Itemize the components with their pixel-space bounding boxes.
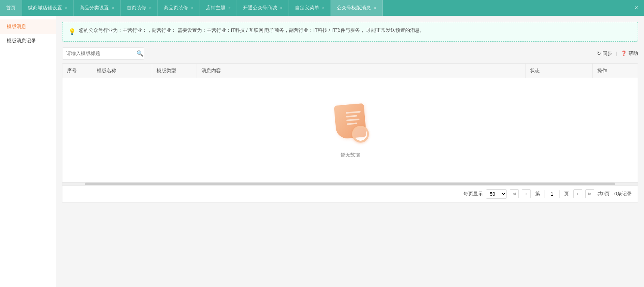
help-button[interactable]: ❓ 帮助 xyxy=(621,50,638,57)
data-table: 序号 模版名称 模版类型 消息内容 状态 操作 xyxy=(62,63,638,203)
close-tab-shop-settings[interactable]: × xyxy=(65,6,67,10)
tab-custom-menu[interactable]: 自定义菜单 × xyxy=(289,0,331,16)
tab-shop-theme[interactable]: 店铺主题 × xyxy=(200,0,237,16)
sidebar-item-template-msg-record[interactable]: 模版消息记录 xyxy=(0,34,56,48)
col-header-type: 模版类型 xyxy=(152,64,197,78)
sidebar-item-template-msg[interactable]: 模版消息 xyxy=(0,19,56,34)
tab-home-decor[interactable]: 首页装修 × xyxy=(121,0,158,16)
help-icon: ❓ xyxy=(621,51,627,56)
sync-button[interactable]: ↻ 同步 xyxy=(597,50,612,57)
col-header-index: 序号 xyxy=(62,64,92,78)
close-tab-open-mall[interactable]: × xyxy=(280,6,282,10)
page-size-select[interactable]: 50 10 20 100 xyxy=(486,189,507,199)
notice-text: 您的公众号行业为：主营行业：，副营行业： 需要设置为：主营行业：IT科技 / 互… xyxy=(79,27,425,34)
toolbar: 🔍 ↻ 同步 | ❓ 帮助 xyxy=(62,48,638,59)
tab-open-mall[interactable]: 开通公众号商城 × xyxy=(237,0,289,16)
tab-home[interactable]: 首页 xyxy=(0,0,22,16)
sidebar: 模版消息 模版消息记录 xyxy=(0,16,56,287)
search-area: 🔍 xyxy=(62,48,144,59)
tab-shop-settings[interactable]: 微商城店铺设置 × xyxy=(22,0,74,16)
page-unit-label: 页 xyxy=(564,190,569,197)
toolbar-right: ↻ 同步 | ❓ 帮助 xyxy=(597,50,638,57)
empty-text: 暂无数据 xyxy=(341,152,360,158)
main-layout: 模版消息 模版消息记录 💡 您的公众号行业为：主营行业：，副营行业： 需要设置为… xyxy=(0,16,644,287)
doc-line-2 xyxy=(346,115,357,117)
toolbar-divider: | xyxy=(616,51,617,56)
col-header-name: 模版名称 xyxy=(92,64,152,78)
col-header-content: 消息内容 xyxy=(197,64,526,78)
close-all-tabs-button[interactable]: × xyxy=(629,0,644,16)
next-page-button[interactable]: › xyxy=(573,189,582,198)
doc-line-4 xyxy=(346,122,357,125)
empty-illustration xyxy=(328,101,373,146)
close-tab-product-decor[interactable]: × xyxy=(191,6,193,10)
tab-template-msg[interactable]: 公众号模版消息 × xyxy=(331,0,382,16)
sync-icon: ↻ xyxy=(597,51,601,56)
notice-box: 💡 您的公众号行业为：主营行业：，副营行业： 需要设置为：主营行业：IT科技 /… xyxy=(62,22,638,42)
scrollbar-thumb[interactable] xyxy=(85,183,615,185)
col-header-status: 状态 xyxy=(526,64,593,78)
page-word-label: 第 xyxy=(535,190,540,197)
magnify-circle xyxy=(352,126,369,143)
table-header: 序号 模版名称 模版类型 消息内容 状态 操作 xyxy=(62,64,638,78)
horizontal-scrollbar[interactable] xyxy=(62,182,638,185)
tab-product-category[interactable]: 商品分类设置 × xyxy=(74,0,120,16)
notice-icon: 💡 xyxy=(68,27,76,37)
prev-page-button[interactable]: ‹ xyxy=(522,189,531,198)
total-info: 共0页，0条记录 xyxy=(597,190,632,197)
col-header-action: 操作 xyxy=(593,64,638,78)
close-tab-custom-menu[interactable]: × xyxy=(322,6,324,10)
tab-product-decor[interactable]: 商品页装修 × xyxy=(158,0,200,16)
magnify-handle xyxy=(363,137,368,142)
page-size-label: 每页显示 xyxy=(463,190,483,197)
empty-state: 暂无数据 xyxy=(62,78,638,181)
last-page-button[interactable]: ⊳ xyxy=(585,189,594,198)
doc-line-3 xyxy=(346,118,359,121)
search-button[interactable]: 🔍 xyxy=(133,48,144,59)
doc-line-1 xyxy=(345,111,360,113)
doc-lines xyxy=(345,111,361,125)
close-tab-home-decor[interactable]: × xyxy=(149,6,151,10)
content-area: 💡 您的公众号行业为：主营行业：，副营行业： 需要设置为：主营行业：IT科技 /… xyxy=(56,16,644,287)
close-tab-shop-theme[interactable]: × xyxy=(228,6,231,10)
top-tabs: 首页 微商城店铺设置 × 商品分类设置 × 首页装修 × 商品页装修 × 店铺主… xyxy=(0,0,644,16)
pagination: 每页显示 50 10 20 100 ⊲ ‹ 第 页 › ⊳ 共0页，0条记录 xyxy=(62,185,638,202)
search-input[interactable] xyxy=(62,48,133,58)
close-tab-product-category[interactable]: × xyxy=(112,6,114,10)
page-number-input[interactable] xyxy=(545,190,560,198)
first-page-button[interactable]: ⊲ xyxy=(510,189,519,198)
close-tab-template-msg[interactable]: × xyxy=(374,6,376,10)
